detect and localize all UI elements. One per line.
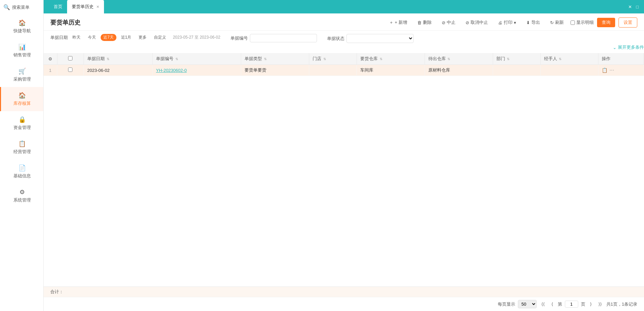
page-header: 要货单历史 ＋ + 新增 🗑 删除 ⊘ 中止 ⊘ 取消中止: [44, 13, 644, 31]
doctype-col-header[interactable]: 单据类型 ⇅: [241, 53, 309, 65]
action-buttons: 📋 ⋯: [602, 68, 640, 73]
sidebar-item-label: 系统管理: [13, 197, 31, 203]
checkbox-col-header: [57, 53, 84, 65]
cancel-stop-button[interactable]: ⊘ 取消中止: [462, 18, 491, 27]
print-button[interactable]: 🖨 打印 ▾: [495, 18, 520, 27]
page-size-select[interactable]: 50 10 20 100: [518, 300, 537, 308]
doctype-col-label: 单据类型: [245, 56, 262, 61]
sidebar-item-quick-nav[interactable]: 🏠 快捷导航: [0, 14, 43, 39]
query-button[interactable]: 查询: [597, 18, 615, 27]
filter-status-group: 单据状态: [327, 34, 414, 43]
sidebar-item-purchase[interactable]: 🛒 采购管理: [0, 63, 43, 87]
operation-col-header: 操作: [598, 53, 644, 65]
row-checkbox[interactable]: [68, 68, 72, 72]
first-page-btn[interactable]: ⟨⟨: [539, 301, 547, 307]
row-pending-warehouse: 原材料仓库: [425, 65, 493, 76]
row-dept: [493, 65, 540, 76]
delete-button[interactable]: 🗑 删除: [414, 18, 435, 27]
expand-filter-button[interactable]: ⌄ 展开更多条件: [613, 44, 644, 50]
new-icon: ＋: [389, 19, 393, 26]
date-shortcut-yesterday[interactable]: 昨天: [70, 34, 83, 41]
date-shortcut-7days[interactable]: 近7天: [101, 34, 116, 41]
date-col-label: 单据日期: [87, 56, 105, 61]
status-select[interactable]: [346, 34, 414, 43]
sidebar-item-basic-info[interactable]: 📄 基础信息: [0, 160, 43, 184]
row-actions: 📋 ⋯: [598, 65, 644, 76]
row-docno-link[interactable]: YH-20230602-0: [156, 68, 187, 73]
show-detail-checkbox[interactable]: [571, 20, 575, 25]
sidebar-item-sales[interactable]: 📊 销售管理: [0, 39, 43, 63]
window-restore-btn[interactable]: □: [636, 4, 639, 9]
date-col-header[interactable]: 单据日期 ⇅: [84, 53, 153, 65]
store-col-header[interactable]: 门店 ⇅: [309, 53, 357, 65]
tab-home[interactable]: 首页: [49, 0, 67, 13]
refresh-button[interactable]: ↻ 刷新: [547, 18, 567, 27]
sidebar-search-label: 搜索菜单: [12, 4, 30, 10]
tab-requisition-label: 要货单历史: [72, 4, 94, 10]
docno-col-header[interactable]: 单据编号 ⇅: [153, 53, 241, 65]
date-shortcut-1month[interactable]: 近1月: [118, 34, 134, 41]
req-warehouse-col-header[interactable]: 要货仓库 ⇅: [357, 53, 425, 65]
date-sort-icon: ⇅: [107, 57, 109, 61]
handler-sort-icon: ⇅: [559, 57, 561, 61]
purchase-icon: 🛒: [18, 68, 26, 75]
row-num: 1: [44, 65, 57, 76]
filter-docno-group: 单据编号: [230, 34, 317, 42]
handler-col-header[interactable]: 经手人 ⇅: [540, 53, 598, 65]
operation-col-label: 操作: [602, 56, 610, 61]
date-shortcut-more[interactable]: 更多: [136, 34, 149, 41]
export-icon: ⬇: [526, 20, 530, 25]
next-page-btn[interactable]: ⟩: [588, 301, 594, 307]
date-range-display: 2023-05-27 至 2023-06-02: [173, 35, 220, 40]
page-label-after: 页: [581, 301, 585, 307]
sidebar-item-label: 销售管理: [13, 52, 31, 58]
sidebar-search[interactable]: 🔍 搜索菜单: [0, 0, 43, 14]
pending-warehouse-sort-icon: ⇅: [447, 57, 450, 61]
prev-page-btn[interactable]: ⟨: [549, 301, 555, 307]
row-edit-btn[interactable]: 📋: [602, 68, 607, 73]
sidebar-item-operations[interactable]: 📋 经营管理: [0, 135, 43, 160]
row-more-btn[interactable]: ⋯: [609, 68, 614, 73]
tab-close-btn[interactable]: ✕: [96, 5, 99, 9]
search-icon: 🔍: [3, 4, 10, 10]
store-col-label: 门店: [313, 56, 321, 61]
dept-col-header[interactable]: 部门 ⇅: [493, 53, 540, 65]
export-button[interactable]: ⬇ 导出: [523, 18, 543, 27]
settings-button[interactable]: 设置: [619, 17, 637, 28]
sidebar-item-finance[interactable]: 🔒 资金管理: [0, 111, 43, 135]
pending-warehouse-col-header[interactable]: 待出仓库 ⇅: [425, 53, 493, 65]
sidebar-item-inventory[interactable]: 🏠 库存核算: [0, 87, 43, 111]
refresh-icon: ↻: [550, 20, 554, 25]
pagination: 每页显示 50 10 20 100 ⟨⟨ ⟨ 第 页 ⟩ ⟩⟩ 共1页，1条记录: [44, 297, 644, 311]
handler-col-label: 经手人: [544, 56, 557, 61]
sidebar-item-system[interactable]: ⚙ 系统管理: [0, 184, 43, 208]
filter-row: 单据日期 昨天 今天 近7天 近1月 更多 自定义 2023-05-27 至 2…: [44, 31, 644, 43]
window-close-btn[interactable]: ✕: [628, 4, 632, 9]
page-title: 要货单历史: [50, 18, 80, 27]
docno-filter-label: 单据编号: [230, 35, 248, 41]
expand-row: ⌄ 展开更多条件: [44, 43, 644, 53]
summary-label: 合计：: [50, 289, 63, 294]
status-filter-label: 单据状态: [327, 36, 344, 42]
row-checkbox-cell: [57, 65, 84, 76]
new-button[interactable]: ＋ + 新增: [386, 18, 411, 27]
date-shortcut-custom[interactable]: 自定义: [151, 34, 169, 41]
settings-col-header[interactable]: ⚙: [44, 53, 57, 65]
sidebar-item-label: 库存核算: [13, 100, 31, 106]
table-row[interactable]: 1 2023-06-02 YH-20230602-0 要货单要货 车间库 原材料…: [44, 65, 644, 76]
tab-requisition-history[interactable]: 要货单历史 ✕: [67, 0, 104, 13]
filter-date-group: 单据日期 昨天 今天 近7天 近1月 更多 自定义 2023-05-27 至 2…: [50, 34, 220, 41]
footer-summary: 合计：: [44, 286, 644, 297]
docno-input[interactable]: [250, 34, 317, 42]
last-page-btn[interactable]: ⟩⟩: [596, 301, 604, 307]
page-label-before: 第: [558, 301, 562, 307]
sidebar-item-label: 经营管理: [13, 149, 31, 155]
show-detail-toggle[interactable]: 显示明细: [571, 19, 594, 26]
row-doctype: 要货单要货: [241, 65, 309, 76]
select-all-checkbox[interactable]: [68, 56, 72, 60]
table-header-row: ⚙ 单据日期 ⇅ 单据编号 ⇅ 单据类型: [44, 53, 644, 65]
page-number-input[interactable]: [565, 301, 578, 308]
date-shortcut-today[interactable]: 今天: [85, 34, 99, 41]
stop-button[interactable]: ⊘ 中止: [438, 18, 459, 27]
requisition-table: ⚙ 单据日期 ⇅ 单据编号 ⇅ 单据类型: [44, 53, 644, 76]
